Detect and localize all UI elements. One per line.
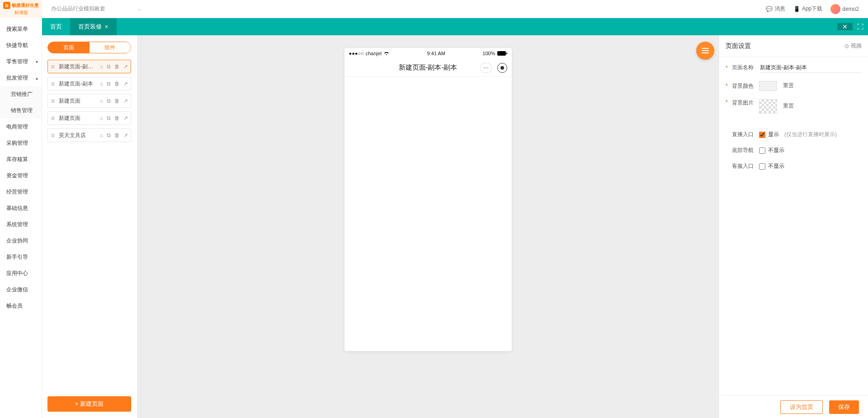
new-page-button[interactable]: + 新建页面: [47, 396, 131, 412]
page-item-name: 新建页面: [59, 114, 96, 122]
drag-handle-icon[interactable]: ≣: [51, 132, 55, 138]
sidebar-item[interactable]: 经营管理: [0, 184, 42, 200]
bgcolor-swatch[interactable]: [759, 81, 777, 91]
service-entry-noshow-label: 不显示: [768, 162, 784, 170]
top-header: b 畅捷通好生意 标准版 办公品品行业模拟账套 ⌄ 💬 消息 📱 App下载 d…: [0, 0, 868, 18]
sidebar-item[interactable]: 应用中心: [0, 265, 42, 281]
sidebar-item[interactable]: 畅会员: [0, 298, 42, 314]
page-list-item[interactable]: ≣新建页面-副本…⌂⧉🗑↗: [47, 60, 131, 73]
delete-icon[interactable]: 🗑: [114, 63, 120, 70]
close-all-button[interactable]: ✕: [837, 23, 853, 30]
share-icon[interactable]: ↗: [123, 63, 128, 70]
sidebar-item[interactable]: 系统管理: [0, 216, 42, 233]
copy-icon[interactable]: ⧉: [107, 81, 111, 87]
sidebar-item[interactable]: 零售管理▾: [0, 53, 42, 70]
sidebar-item-label: 应用中心: [6, 270, 28, 277]
page-list-item[interactable]: ≣新建页面⌂⧉🗑↗: [47, 94, 131, 108]
sidebar-item-label: 批发管理: [6, 74, 28, 82]
drag-handle-icon[interactable]: ≣: [51, 98, 55, 104]
phone-preview: ●●●○○ chanjet 9:41 AM 100%: [344, 48, 512, 351]
copy-icon[interactable]: ⧉: [107, 98, 111, 104]
sidebar-item[interactable]: 批发管理▴: [0, 70, 42, 86]
bottomnav-checkbox[interactable]: [759, 147, 765, 154]
service-entry-label: 客服入口: [732, 162, 759, 170]
delete-icon[interactable]: 🗑: [114, 81, 120, 87]
app-download-link[interactable]: 📱 App下载: [793, 5, 822, 13]
page-list-item[interactable]: ≣新建页面-副本⌂⧉🗑↗: [47, 77, 131, 90]
miniapp-close-icon[interactable]: [497, 63, 507, 73]
user-menu[interactable]: demo2: [830, 4, 859, 14]
bgcolor-reset[interactable]: 重置: [783, 82, 794, 89]
share-icon[interactable]: ↗: [123, 132, 128, 138]
sidebar-item[interactable]: 库存核算: [0, 151, 42, 167]
chevron-down-icon: ⌄: [137, 5, 142, 12]
home-icon[interactable]: ⌂: [100, 81, 103, 87]
sidebar-item-label: 畅会员: [6, 302, 23, 310]
canvas-menu-fab[interactable]: [696, 42, 714, 60]
tab-page-decor[interactable]: 首页装修 ✕: [70, 18, 117, 35]
chevron-icon: ▾: [36, 59, 38, 64]
sidebar-item[interactable]: 搜索菜单: [0, 21, 42, 37]
brand-block[interactable]: b 畅捷通好生意 标准版: [0, 0, 42, 18]
sidebar-item[interactable]: 新手引导: [0, 249, 42, 265]
tab-home[interactable]: 首页: [42, 18, 70, 35]
avatar-icon: [830, 4, 840, 14]
page-list-item[interactable]: ≣新建页面⌂⧉🗑↗: [47, 111, 131, 125]
bgimg-reset[interactable]: 重置: [783, 103, 794, 109]
home-icon[interactable]: ⌂: [100, 132, 103, 138]
tab-home-label: 首页: [50, 23, 62, 31]
sidebar-item[interactable]: 基础信息: [0, 200, 42, 216]
phone-navbar: 新建页面-副本-副本 ⋯: [344, 59, 512, 77]
sidebar-item[interactable]: 采购管理: [0, 135, 42, 151]
live-entry-checkbox[interactable]: [759, 132, 765, 138]
copy-icon[interactable]: ⧉: [107, 63, 111, 70]
settings-panel: 页面设置 ⊙ 视频 * 页面名称 *: [719, 35, 868, 418]
page-name-input[interactable]: [759, 62, 862, 73]
brand-name: 畅捷通好生意: [12, 2, 39, 9]
page-list-item[interactable]: ≣昊天文具店⌂⧉🗑↗: [47, 128, 131, 142]
messages-link[interactable]: 💬 消息: [766, 5, 785, 13]
sidebar-item[interactable]: 企业协同: [0, 233, 42, 249]
segment-component[interactable]: 组件: [90, 42, 131, 53]
save-button[interactable]: 保存: [829, 400, 859, 414]
delete-icon[interactable]: 🗑: [114, 98, 120, 104]
sidebar-item-label: 电商管理: [6, 123, 28, 131]
sidebar-subitem[interactable]: 销售管理: [0, 102, 42, 119]
account-selector-label: 办公品品行业模拟账套: [51, 5, 105, 13]
miniapp-menu-icon[interactable]: ⋯: [480, 63, 492, 73]
close-icon[interactable]: ✕: [104, 24, 108, 30]
brand-edition: 标准版: [14, 10, 28, 16]
set-home-button[interactable]: 设为首页: [780, 400, 823, 414]
sidebar-subitem[interactable]: 营销推广: [0, 86, 42, 102]
share-icon[interactable]: ↗: [123, 81, 128, 87]
sidebar-item-label: 新手引导: [6, 253, 28, 261]
sidebar-item[interactable]: 电商管理: [0, 119, 42, 135]
drag-handle-icon[interactable]: ≣: [51, 63, 55, 70]
drag-handle-icon[interactable]: ≣: [51, 115, 55, 121]
delete-icon[interactable]: 🗑: [114, 115, 120, 121]
segment-page[interactable]: 页面: [48, 42, 90, 53]
home-icon[interactable]: ⌂: [100, 63, 103, 70]
share-icon[interactable]: ↗: [123, 98, 128, 104]
home-icon[interactable]: ⌂: [100, 98, 103, 104]
workspace-tabs: 首页 首页装修 ✕ ✕ ⛶: [42, 18, 868, 35]
bgimg-thumbnail[interactable]: [759, 99, 777, 114]
share-icon[interactable]: ↗: [123, 115, 128, 121]
sidebar-item[interactable]: 企业微信: [0, 281, 42, 298]
sidebar-item[interactable]: 快捷导航: [0, 37, 42, 53]
delete-icon[interactable]: 🗑: [114, 132, 120, 138]
drag-handle-icon[interactable]: ≣: [51, 81, 55, 87]
fullscreen-button[interactable]: ⛶: [853, 23, 868, 30]
account-selector[interactable]: 办公品品行业模拟账套 ⌄: [51, 3, 142, 15]
copy-icon[interactable]: ⧉: [107, 115, 111, 121]
phone-page-title: 新建页面-副本-副本: [399, 63, 458, 72]
page-item-name: 新建页面-副本: [59, 80, 96, 88]
service-entry-checkbox[interactable]: [759, 163, 765, 170]
home-icon[interactable]: ⌂: [100, 115, 103, 121]
sidebar-item-label: 基础信息: [6, 204, 28, 212]
video-help-link[interactable]: ⊙ 视频: [844, 42, 862, 50]
sidebar-item[interactable]: 资金管理: [0, 167, 42, 184]
sidebar-subitem-label: 营销推广: [11, 90, 33, 98]
live-entry-label: 直播入口: [732, 131, 759, 138]
copy-icon[interactable]: ⧉: [107, 132, 111, 138]
